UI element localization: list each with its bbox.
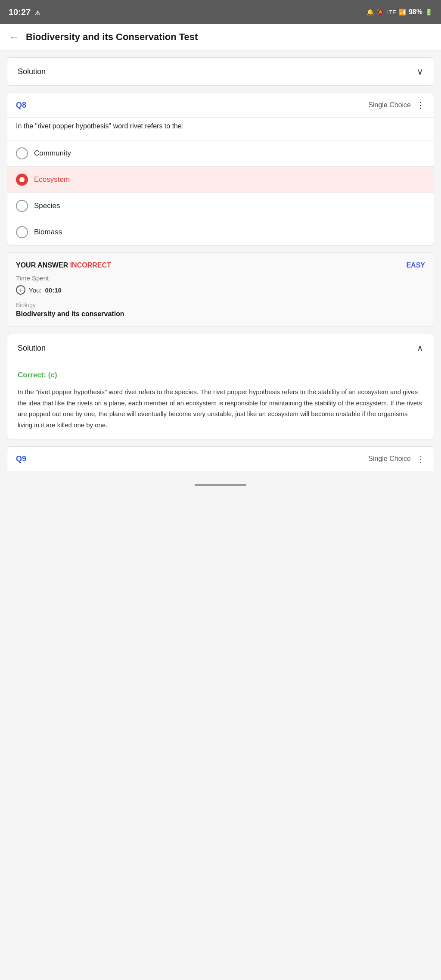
signal-icon: LTE (386, 9, 396, 16)
status-bar: 10:27 ⚠ 🔔 🔕 LTE 📶 98% 🔋 (0, 0, 441, 24)
answer-result-card: YOUR ANSWER INCORRECT EASY Time Spent + … (7, 252, 434, 327)
option-d[interactable]: Biomass (7, 219, 434, 245)
incorrect-label: INCORRECT (70, 261, 111, 269)
solution-text: In the "rivet popper hypothesis" word ri… (18, 386, 423, 430)
mute-icon: 🔕 (376, 9, 384, 16)
option-c-text: Species (34, 202, 60, 210)
solution-collapsed-section[interactable]: Solution ∨ (7, 57, 434, 86)
question-9-more-options[interactable]: ⋮ (416, 454, 425, 464)
back-button[interactable]: ← (9, 31, 19, 43)
status-time: 10:27 ⚠ (9, 7, 40, 17)
main-content: Solution ∨ Q8 Single Choice ⋮ In the "ri… (0, 50, 441, 478)
alarm-icon: 🔔 (366, 9, 374, 16)
question-9-type: Single Choice (368, 455, 411, 463)
radio-c (16, 200, 28, 212)
correct-answer-label: Correct: (c) (18, 371, 423, 380)
solution-expanded-label: Solution (18, 344, 46, 353)
status-right: 🔔 🔕 LTE 📶 98% 🔋 (366, 8, 432, 16)
time-spent-label: Time Spent (16, 274, 425, 282)
solution-body: Correct: (c) In the "rivet popper hypoth… (7, 362, 434, 439)
question-9-number: Q9 (16, 454, 26, 464)
question-8-text: In the "rivet popper hypothesis" word ri… (7, 117, 434, 140)
battery-indicator: 98% (409, 8, 422, 16)
option-a-text: Community (34, 149, 71, 158)
chevron-down-icon: ∨ (417, 66, 423, 77)
option-d-text: Biomass (34, 228, 62, 236)
time-row: + You: 00:10 (16, 285, 425, 295)
wifi-icon: 📶 (399, 9, 406, 16)
your-answer-label: YOUR ANSWER (16, 261, 68, 269)
subject-label: Biology (16, 302, 425, 308)
more-options-button[interactable]: ⋮ (416, 100, 425, 110)
you-label: You: (29, 286, 41, 294)
option-c[interactable]: Species (7, 193, 434, 219)
answer-status-row: YOUR ANSWER INCORRECT EASY (16, 261, 425, 269)
radio-d (16, 226, 28, 238)
question-8-card: Q8 Single Choice ⋮ In the "rivet popper … (7, 93, 434, 246)
radio-a (16, 147, 28, 159)
clock-icon: + (16, 285, 25, 295)
topic-label: Biodiversity and its conservation (16, 310, 425, 318)
options-container: Community Ecosystem Species Biomass (7, 140, 434, 245)
answer-status-left: YOUR ANSWER INCORRECT (16, 261, 111, 269)
question-8-type-row: Single Choice ⋮ (368, 100, 425, 110)
option-b[interactable]: Ecosystem (7, 166, 434, 193)
option-b-text: Ecosystem (34, 175, 70, 184)
home-indicator (195, 484, 246, 486)
question-9-card: Q9 Single Choice ⋮ (7, 446, 434, 471)
difficulty-badge: EASY (406, 261, 425, 269)
bottom-bar (0, 478, 441, 491)
question-9-type-row: Single Choice ⋮ (368, 454, 425, 464)
radio-b (16, 174, 28, 186)
solution-header-expanded[interactable]: Solution ∧ (7, 334, 434, 362)
option-a[interactable]: Community (7, 140, 434, 166)
page-title: Biodiversity and its Conservation Test (26, 31, 198, 43)
time-value: 00:10 (45, 286, 61, 294)
question-8-number: Q8 (16, 101, 26, 110)
page-header: ← Biodiversity and its Conservation Test (0, 24, 441, 50)
question-8-header: Q8 Single Choice ⋮ (7, 93, 434, 117)
chevron-up-icon: ∧ (417, 343, 423, 353)
solution-expanded-section: Solution ∧ Correct: (c) In the "rivet po… (7, 334, 434, 439)
question-8-type: Single Choice (368, 101, 411, 109)
solution-collapsed-label: Solution (18, 67, 46, 76)
battery-icon: 🔋 (425, 9, 432, 16)
